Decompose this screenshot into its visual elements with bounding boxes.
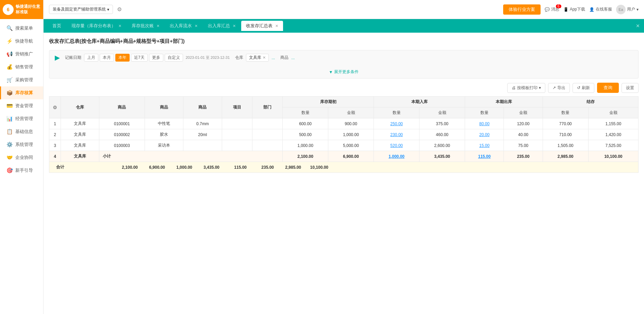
sidebar-icon-search: 🔍 xyxy=(6,25,13,31)
sidebar-icon-finance: 💳 xyxy=(6,103,13,109)
tab-home[interactable]: 首页 xyxy=(48,21,66,31)
tab-inout-summary[interactable]: 出入库汇总✕ xyxy=(203,21,241,31)
col-header-project: 项目 xyxy=(222,97,252,118)
refresh-button[interactable]: ↺ 刷新 xyxy=(573,83,594,93)
row-open-amt: 1,000.00 xyxy=(328,129,374,140)
top-header: 装备及固定资产辅助管理系统 ▾ ⚙ 体验行业方案 💬 消息 6 📱 App下载 … xyxy=(44,0,644,19)
tab-close-icon-recv-send[interactable]: ✕ xyxy=(275,24,278,28)
footer-in-qty: 1,000.00 xyxy=(168,165,196,170)
date-btn-2[interactable]: 本年 xyxy=(115,54,130,62)
online-service-button[interactable]: 👤 在线客服 xyxy=(589,6,612,12)
row-in-amt: 375.00 xyxy=(419,118,465,129)
date-btn-5[interactable]: 自定义 xyxy=(165,54,183,62)
app-download-label: App下载 xyxy=(570,6,585,12)
col-header-dept: 部门 xyxy=(252,97,282,118)
tab-bar-close-icon[interactable]: ✕ xyxy=(636,23,640,29)
table-settings-icon[interactable]: ⚙ xyxy=(53,105,57,110)
date-btn-4[interactable]: 更多 xyxy=(149,54,163,62)
row-project xyxy=(222,129,252,140)
trial-button[interactable]: 体验行业方案 xyxy=(503,4,541,15)
sidebar-icon-basic-info: 📋 xyxy=(6,129,13,135)
col-header-in: 本期入库 xyxy=(374,97,465,108)
content-area: 收发存汇总表(按仓库+商品编码+商品+规格型号+项目+部门) ▶ 记账日期 上月… xyxy=(44,33,644,314)
date-btn-3[interactable]: 近7天 xyxy=(131,54,148,62)
row-warehouse: 文具库 xyxy=(61,129,99,140)
row-out-qty[interactable]: 15.00 xyxy=(465,140,504,151)
footer-open-amt: 6,900.00 xyxy=(141,165,168,170)
sidebar-item-finance[interactable]: 💳资金管理 xyxy=(0,99,43,112)
warehouse-more-icon[interactable]: ... xyxy=(271,55,275,60)
sidebar-item-quick-nav[interactable]: ⚡快捷导航 xyxy=(0,35,43,48)
subtotal-close-amt: 10,100.00 xyxy=(588,151,638,162)
warehouse-tag-close-icon[interactable]: ✕ xyxy=(263,55,266,60)
row-out-qty[interactable]: 80.00 xyxy=(465,118,504,129)
sidebar-icon-purchase: 🛒 xyxy=(6,77,13,83)
row-warehouse: 文具库 xyxy=(61,140,99,151)
tab-inout-flow[interactable]: 出入库流水✕ xyxy=(165,21,202,31)
row-open-amt: 5,000.00 xyxy=(328,140,374,151)
row-out-qty[interactable]: 20.00 xyxy=(465,129,504,140)
sidebar-item-operations[interactable]: 📊经营管理 xyxy=(0,112,43,125)
avatar: Ea xyxy=(616,5,626,14)
tab-label-recv-send: 收发存汇总表 xyxy=(246,23,273,29)
row-goods-spec: 20ml xyxy=(183,129,222,140)
row-open-qty: 500.00 xyxy=(283,129,328,140)
row-open-amt: 900.00 xyxy=(328,118,374,129)
app-download-button[interactable]: 📱 App下载 xyxy=(563,6,585,12)
tab-close-icon-inventory-dist[interactable]: ✕ xyxy=(118,24,121,28)
row-dept xyxy=(252,129,282,140)
message-button[interactable]: 💬 消息 6 xyxy=(545,6,559,12)
sidebar-item-marketing[interactable]: 📢营销推广 xyxy=(0,48,43,61)
expand-more-btn[interactable]: ▼ 展开更多条件 xyxy=(329,69,359,75)
date-buttons: 上月本月本年近7天更多自定义 xyxy=(84,54,183,62)
row-in-qty[interactable]: 250.00 xyxy=(374,118,419,129)
main-wrap: 装备及固定资产辅助管理系统 ▾ ⚙ 体验行业方案 💬 消息 6 📱 App下载 … xyxy=(44,0,644,314)
sidebar-item-system[interactable]: ⚙️系统管理 xyxy=(0,138,43,151)
gear-icon[interactable]: ⚙ xyxy=(117,6,122,13)
subtotal-out-amt: 235.00 xyxy=(504,151,543,162)
sidebar-item-newbie[interactable]: 🎯新手引导 xyxy=(0,164,43,177)
download-icon: 📱 xyxy=(563,7,568,12)
tab-close-icon-batch[interactable]: ✕ xyxy=(156,24,160,28)
row-open-qty: 1,000.00 xyxy=(283,140,328,151)
user-button[interactable]: Ea 用户 ▾ xyxy=(616,5,639,14)
sidebar-item-basic-info[interactable]: 📋基础信息 xyxy=(0,125,43,138)
tab-label-home: 首页 xyxy=(52,23,61,29)
tab-recv-send[interactable]: 收发存汇总表✕ xyxy=(241,21,283,31)
row-close-amt: 1,155.00 xyxy=(588,118,638,129)
col-header-goods-code: 商品 xyxy=(99,97,145,118)
sidebar-item-search[interactable]: 🔍搜索菜单 xyxy=(0,22,43,35)
filter-toggle-icon[interactable]: ▶ xyxy=(55,54,60,62)
date-btn-1[interactable]: 本月 xyxy=(100,54,114,62)
tab-close-icon-inout-flow[interactable]: ✕ xyxy=(195,24,198,28)
sidebar-item-enterprise[interactable]: 🤝企业协同 xyxy=(0,151,43,164)
date-btn-0[interactable]: 上月 xyxy=(84,54,98,62)
system-select[interactable]: 装备及固定资产辅助管理系统 ▾ xyxy=(49,5,113,14)
tab-close-icon-inout-summary[interactable]: ✕ xyxy=(233,24,236,28)
sidebar-item-sales[interactable]: 💰销售管理 xyxy=(0,61,43,73)
data-table: ⚙ 仓库 商品 商品 商品 项目 部门 库存期初 本期入库 本期出库 结存 数量… xyxy=(49,96,639,162)
print-button[interactable]: 🖨 按模板打印 ▾ xyxy=(507,83,545,93)
sidebar-label-basic-info: 基础信息 xyxy=(15,129,33,135)
row-close-qty: 770.00 xyxy=(543,118,588,129)
tab-batch[interactable]: 库存批次账✕ xyxy=(127,21,164,31)
sidebar-label-sales: 销售管理 xyxy=(15,64,33,70)
warehouse-filter-label: 仓库 xyxy=(235,55,243,61)
sub-col-out-qty: 数量 xyxy=(465,108,504,118)
print-icon: 🖨 xyxy=(512,85,516,90)
tab-inventory-dist[interactable]: 现存量（库存分布表）✕ xyxy=(67,21,126,31)
warehouse-filter-group: 仓库 文具库 ✕ ... xyxy=(235,54,275,62)
table-settings-button[interactable]: 设置 xyxy=(622,83,639,93)
row-goods-name: 胶水 xyxy=(145,129,183,140)
query-button[interactable]: 查询 xyxy=(597,83,619,93)
sidebar-label-purchase: 采购管理 xyxy=(15,77,33,83)
filter-bar: ▶ 记账日期 上月本月本年近7天更多自定义 2023-01-01 至 2023-… xyxy=(49,50,639,79)
row-in-qty[interactable]: 520.00 xyxy=(374,140,419,151)
goods-more-icon[interactable]: ... xyxy=(291,55,295,60)
sidebar-item-inventory[interactable]: 📦库存核算 xyxy=(0,86,43,99)
export-button[interactable]: ↗ 导出 xyxy=(548,83,570,93)
sidebar-item-purchase[interactable]: 🛒采购管理 xyxy=(0,73,43,86)
row-in-qty[interactable]: 230.00 xyxy=(374,129,419,140)
sidebar-label-enterprise: 企业协同 xyxy=(15,154,33,161)
row-goods-code: 0100002 xyxy=(99,129,145,140)
